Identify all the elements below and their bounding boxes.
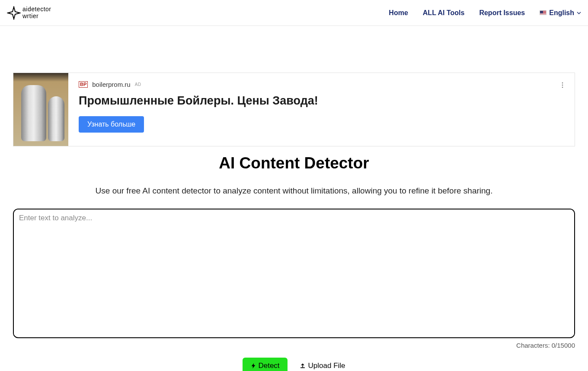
nav-language-label: English [549, 9, 574, 17]
nav-home[interactable]: Home [389, 9, 408, 17]
nav-report-issues[interactable]: Report Issues [479, 9, 525, 17]
svg-point-0 [562, 82, 563, 84]
ad-domain: boilerprom.ru [92, 81, 130, 88]
ad-body: BP boilerprom.ru AD Промышленные Бойлеры… [68, 73, 575, 146]
nav-language-selector[interactable]: English [540, 9, 581, 17]
ad-cta-button[interactable]: Узнать больше [79, 116, 144, 133]
upload-button-label: Upload File [308, 361, 345, 370]
bolt-icon [250, 363, 256, 369]
ad-image [13, 73, 68, 146]
us-flag-icon [540, 10, 546, 15]
analyze-input[interactable] [14, 209, 574, 336]
actions: Detect Upload File [13, 358, 575, 371]
main-nav: Home ALL AI Tools Report Issues English [389, 9, 581, 17]
character-count: Characters: 0/15000 [13, 342, 575, 349]
analyze-input-container [13, 209, 575, 338]
content: BP boilerprom.ru AD Промышленные Бойлеры… [4, 73, 584, 371]
upload-icon [300, 363, 306, 369]
page-title: AI Content Detector [13, 154, 575, 172]
detect-button[interactable]: Detect [243, 358, 287, 371]
detect-button-label: Detect [258, 361, 279, 370]
logo-line2: wrtier [22, 13, 51, 19]
more-vertical-icon [559, 82, 566, 89]
upload-button[interactable]: Upload File [300, 361, 345, 370]
ad-title: Промышленные Бойлеры. Цены Завода! [79, 94, 564, 108]
logo-star-icon [7, 6, 21, 20]
svg-point-1 [562, 85, 563, 86]
logo-text: aidetector wrtier [22, 6, 51, 19]
svg-point-2 [562, 87, 563, 88]
header: aidetector wrtier Home ALL AI Tools Repo… [0, 0, 588, 26]
logo-line1: aidetector [22, 6, 51, 13]
ad-tag: AD [135, 82, 141, 87]
logo[interactable]: aidetector wrtier [7, 6, 51, 20]
page-subtitle: Use our free AI content detector to anal… [13, 186, 575, 196]
ad-source: BP boilerprom.ru AD [79, 81, 564, 88]
ad-badge: BP [79, 81, 88, 88]
nav-all-tools[interactable]: ALL AI Tools [423, 9, 465, 17]
ad-menu-button[interactable] [559, 82, 566, 89]
ad-card[interactable]: BP boilerprom.ru AD Промышленные Бойлеры… [13, 73, 575, 146]
chevron-down-icon [577, 11, 581, 15]
